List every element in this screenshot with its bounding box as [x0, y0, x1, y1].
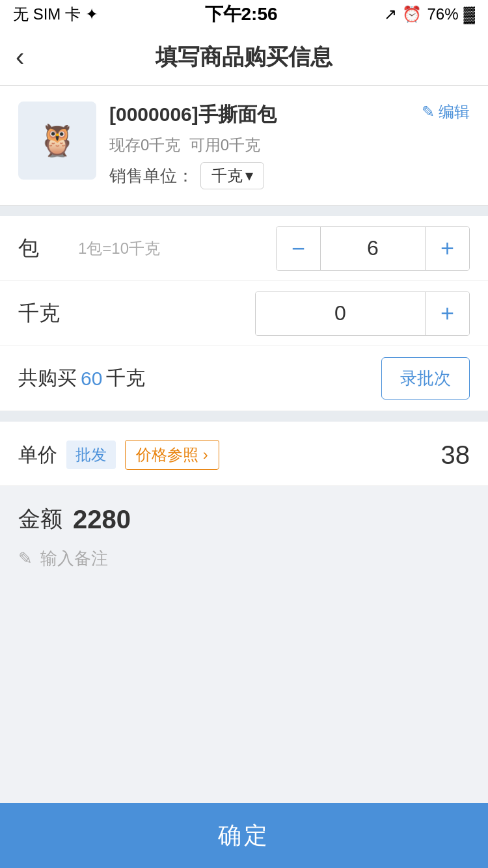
product-info: [0000006]手撕面包 现存0千克 可用0千克 销售单位： 千克 ▾	[109, 102, 470, 189]
package-sublabel: 1包=10千克	[78, 238, 160, 259]
alarm-icon: ⏰	[402, 5, 422, 23]
confirm-button[interactable]: 确定	[0, 803, 488, 868]
amount-label: 金额	[18, 504, 62, 534]
status-right: ↗ ⏰ 76% ▓	[384, 5, 475, 23]
product-unit-row: 销售单位： 千克 ▾	[109, 162, 470, 189]
page-title: 填写商品购买信息	[156, 42, 332, 72]
package-row: 包 1包=10千克 − +	[0, 216, 488, 281]
price-label: 单价	[18, 442, 57, 468]
unit-select[interactable]: 千克 ▾	[200, 162, 264, 189]
price-ref-button[interactable]: 价格参照 ›	[125, 440, 219, 470]
price-value: 38	[441, 441, 470, 470]
gray-fill-area	[0, 583, 488, 791]
status-bar: 无 SIM 卡 ✦ 下午2:56 ↗ ⏰ 76% ▓	[0, 0, 488, 29]
kg-input[interactable]	[256, 292, 425, 336]
package-controls: − +	[276, 226, 470, 271]
kg-row: 千克 +	[0, 281, 488, 346]
product-owl-icon: 🦉	[38, 122, 77, 159]
package-input[interactable]	[321, 226, 425, 271]
note-row[interactable]: ✎ 输入备注	[18, 547, 470, 570]
input-section: 包 1包=10千克 − + 千克 +	[0, 216, 488, 346]
nav-bar: ‹ 填写商品购买信息	[0, 29, 488, 86]
price-section: 单价 批发 价格参照 › 38	[0, 422, 488, 486]
product-card-wrapper: 🦉 [0000006]手撕面包 现存0千克 可用0千克 销售单位： 千克 ▾ ✎…	[0, 86, 488, 206]
product-image: 🦉	[18, 102, 96, 180]
battery-icon: ▓	[463, 5, 475, 23]
kg-label: 千克	[18, 299, 70, 328]
price-row: 单价 批发 价格参照 › 38	[0, 422, 488, 486]
status-left: 无 SIM 卡 ✦	[13, 4, 98, 25]
amount-section: 金额 2280 ✎ 输入备注	[0, 486, 488, 583]
status-time: 下午2:56	[205, 2, 278, 27]
unit-label: 销售单位：	[109, 165, 194, 187]
product-name: [0000006]手撕面包	[109, 102, 470, 128]
pencil-icon: ✎	[18, 549, 33, 569]
package-label: 包	[18, 234, 70, 263]
record-batch-button[interactable]: 录批次	[381, 357, 470, 400]
unit-dropdown-icon: ▾	[245, 167, 253, 185]
sim-label: 无 SIM 卡 ✦	[13, 4, 98, 25]
summary-prefix: 共购买	[18, 365, 77, 392]
summary-amount: 60	[81, 368, 102, 390]
kg-controls: +	[255, 292, 470, 336]
amount-row: 金额 2280	[18, 504, 470, 534]
amount-value: 2280	[73, 505, 131, 534]
section-divider-1	[0, 206, 488, 216]
section-divider-2	[0, 411, 488, 422]
product-card: 🦉 [0000006]手撕面包 现存0千克 可用0千克 销售单位： 千克 ▾	[0, 86, 488, 206]
price-type-tag: 批发	[66, 441, 116, 469]
location-icon: ↗	[384, 5, 397, 23]
back-button[interactable]: ‹	[16, 42, 24, 72]
summary-row: 共购买 60 千克 录批次	[0, 346, 488, 411]
kg-plus-button[interactable]: +	[425, 292, 469, 336]
edit-icon: ✎	[422, 103, 435, 121]
edit-button[interactable]: ✎ 编辑	[422, 102, 470, 122]
note-placeholder: 输入备注	[40, 547, 108, 570]
product-stock: 现存0千克 可用0千克	[109, 135, 470, 156]
battery-label: 76%	[427, 5, 458, 23]
summary-unit: 千克	[106, 365, 145, 392]
package-minus-button[interactable]: −	[277, 226, 321, 271]
package-plus-button[interactable]: +	[425, 226, 469, 271]
